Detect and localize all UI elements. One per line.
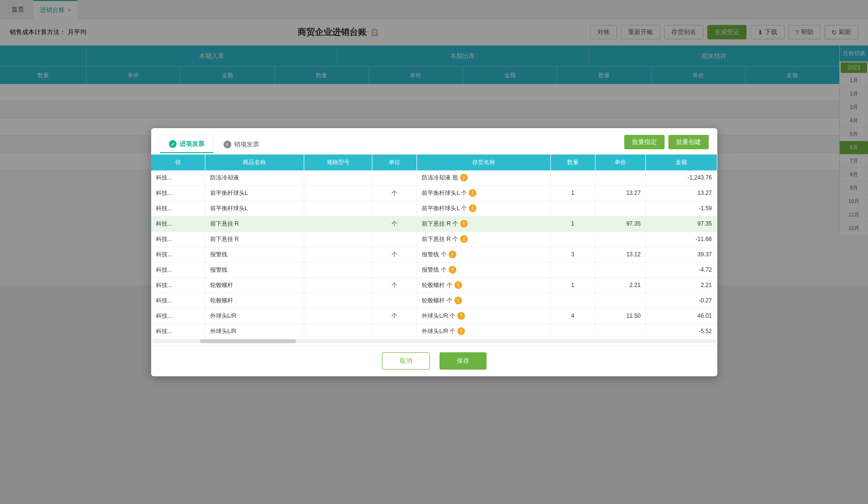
cell-spec — [304, 277, 372, 293]
cell-amount: -5.52 — [646, 324, 717, 339]
cell-spec — [304, 308, 372, 324]
table-header-row: 你 商品名称 规格型号 单位 存货名称 数量 单价 金额 — [151, 155, 717, 170]
cell-product: 报警线 — [205, 247, 304, 262]
table-row: 科技... 前平衡杆球头L 个 前平衡杆球头L 个! 1 13.27 13.27 — [151, 185, 717, 201]
cell-amount: 46.01 — [646, 308, 717, 324]
cell-company: 科技... — [151, 216, 205, 231]
cell-unit-price — [595, 324, 646, 339]
warning-icon: ! — [469, 189, 476, 197]
warning-icon: ! — [449, 266, 456, 274]
cell-spec — [304, 231, 372, 247]
cell-unit-price: 97.35 — [595, 216, 646, 231]
table-row: 科技... 外球头L/R 个 外球头L/R 个! 4 11.50 46.01 — [151, 308, 717, 324]
horizontal-scrollbar[interactable] — [152, 339, 716, 343]
cell-company: 科技... — [151, 185, 205, 201]
dialog-table-wrapper[interactable]: 你 商品名称 规格型号 单位 存货名称 数量 单价 金额 科技... 防冻冷却液… — [151, 155, 717, 339]
cell-product: 前平衡杆球头L — [205, 185, 304, 201]
cell-unit: 个 — [372, 247, 417, 262]
cell-unit-price — [595, 293, 646, 308]
table-head: 你 商品名称 规格型号 单位 存货名称 数量 单价 金额 — [151, 155, 717, 170]
table-row: 科技... 前下悬挂 R 前下悬挂 R 个! -11.68 — [151, 231, 717, 247]
cell-spec — [304, 262, 372, 277]
cell-company: 科技... — [151, 201, 205, 216]
dialog-footer: 取消 保存 — [151, 345, 717, 376]
save-button[interactable]: 保存 — [440, 352, 487, 370]
table-row: 科技... 轮毂螺杆 轮毂螺杆 个! -0.27 — [151, 293, 717, 308]
cell-quantity: 4 — [550, 308, 595, 324]
cell-company: 科技... — [151, 247, 205, 262]
tab-incoming-invoice[interactable]: ✓ 进项发票 — [160, 135, 214, 153]
col-product: 商品名称 — [205, 155, 304, 170]
cell-unit-price — [595, 262, 646, 277]
cell-quantity — [550, 201, 595, 216]
col-stock: 存货名称 — [417, 155, 550, 170]
cell-amount: -1,243.76 — [646, 170, 717, 186]
cell-product: 轮毂螺杆 — [205, 277, 304, 293]
table-row: 科技... 报警线 个 报警线 个! 3 13.12 39.37 — [151, 247, 717, 262]
cell-amount: 2.21 — [646, 277, 717, 293]
cell-unit-price — [595, 231, 646, 247]
col-amount: 金额 — [646, 155, 717, 170]
modal-overlay: ✓ 进项发票 ≡ 销项发票 批量指定 批量创建 × 你 商品名称 — [0, 0, 868, 504]
cell-product: 前下悬挂 R — [205, 216, 304, 231]
cell-unit: 个 — [372, 216, 417, 231]
tab-outgoing-invoice[interactable]: ≡ 销项发票 — [214, 135, 268, 153]
cell-spec — [304, 247, 372, 262]
cell-amount: 13.27 — [646, 185, 717, 201]
table-body: 科技... 防冻冷却液 防冻冷却液 瓶! -1,243.76 科技... 前平衡… — [151, 170, 717, 339]
cell-amount: 39.37 — [646, 247, 717, 262]
table-row: 科技... 前下悬挂 R 个 前下悬挂 R 个! 1 97.35 97.35 — [151, 216, 717, 231]
cell-company: 科技... — [151, 308, 205, 324]
cell-quantity: 3 — [550, 247, 595, 262]
cell-amount: -4.72 — [646, 262, 717, 277]
table-row: 科技... 报警线 报警线 个! -4.72 — [151, 262, 717, 277]
cell-stock: 前平衡杆球头L 个! — [417, 185, 550, 201]
cell-unit — [372, 293, 417, 308]
cell-company: 科技... — [151, 231, 205, 247]
cell-product: 前平衡杆球头L — [205, 201, 304, 216]
dialog-close-button[interactable]: × — [705, 133, 711, 142]
cell-spec — [304, 185, 372, 201]
cell-unit — [372, 170, 417, 186]
cell-quantity — [550, 293, 595, 308]
cancel-button[interactable]: 取消 — [382, 352, 430, 370]
cell-spec — [304, 216, 372, 231]
batch-assign-button[interactable]: 批量指定 — [624, 135, 665, 149]
dialog-header: ✓ 进项发票 ≡ 销项发票 批量指定 批量创建 × — [151, 128, 717, 155]
cell-stock: 防冻冷却液 瓶! — [417, 170, 550, 186]
warning-icon: ! — [460, 220, 468, 228]
cell-unit: 个 — [372, 185, 417, 201]
cell-amount: -0.27 — [646, 293, 717, 308]
cell-stock: 前下悬挂 R 个! — [417, 231, 550, 247]
cell-amount: -11.68 — [646, 231, 717, 247]
warning-icon: ! — [449, 251, 456, 258]
cell-stock: 报警线 个! — [417, 262, 550, 277]
cell-unit — [372, 262, 417, 277]
cell-unit — [372, 324, 417, 339]
warning-icon: ! — [457, 327, 465, 335]
cell-spec — [304, 170, 372, 186]
cell-quantity — [550, 170, 595, 186]
cell-quantity — [550, 324, 595, 339]
cell-product: 轮毂螺杆 — [205, 293, 304, 308]
cell-amount: -1.59 — [646, 201, 717, 216]
cell-unit-price — [595, 170, 646, 186]
cell-spec — [304, 201, 372, 216]
cell-unit-price: 13.12 — [595, 247, 646, 262]
cell-product: 前下悬挂 R — [205, 231, 304, 247]
batch-create-button[interactable]: 批量创建 — [668, 135, 709, 149]
cell-company: 科技... — [151, 170, 205, 186]
cell-unit: 个 — [372, 277, 417, 293]
cell-spec — [304, 324, 372, 339]
col-unit: 单位 — [372, 155, 417, 170]
cell-unit-price — [595, 201, 646, 216]
cell-quantity: 1 — [550, 185, 595, 201]
cell-stock: 轮毂螺杆 个! — [417, 277, 550, 293]
cell-stock: 外球头L/R 个! — [417, 324, 550, 339]
cell-company: 科技... — [151, 293, 205, 308]
warning-icon: ! — [454, 281, 462, 289]
cell-product: 外球头L/R — [205, 308, 304, 324]
cell-unit: 个 — [372, 308, 417, 324]
warning-icon: ! — [469, 204, 476, 212]
cell-stock: 前平衡杆球头L 个! — [417, 201, 550, 216]
